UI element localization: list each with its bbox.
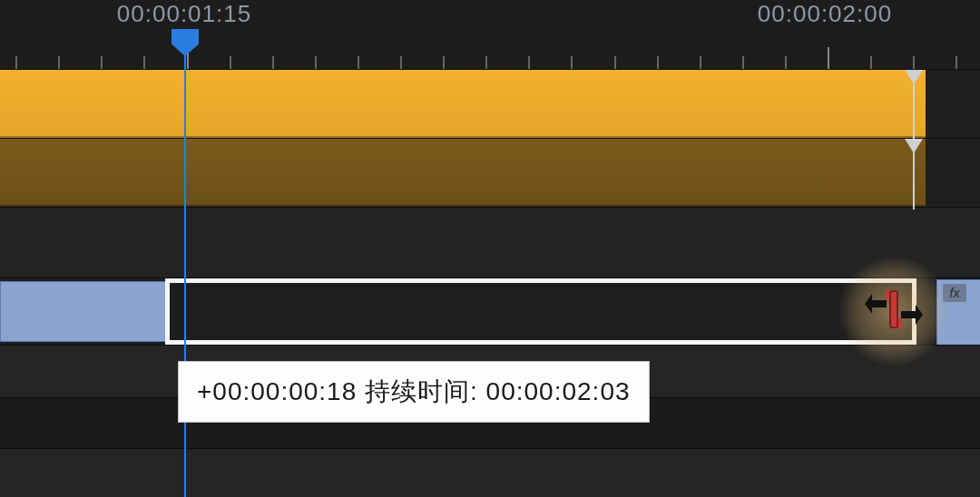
svg-rect-0 xyxy=(890,291,897,327)
clip-video-left[interactable] xyxy=(0,281,167,342)
ruler-tick-minor xyxy=(528,56,530,69)
ruler-tick-minor xyxy=(571,56,573,69)
svg-rect-2 xyxy=(898,318,902,329)
fx-badge[interactable]: fx xyxy=(943,284,966,302)
ruler-tick-minor xyxy=(358,56,359,69)
tooltip-text: +00:00:00:18 持续时间: 00:00:02:03 xyxy=(197,377,631,405)
ruler-tick-major xyxy=(828,47,829,69)
svg-rect-1 xyxy=(886,289,889,300)
track-row-1[interactable]: he xyxy=(0,69,980,138)
ruler-tick-minor xyxy=(443,56,445,69)
ruler-time-label: 00:00:01:15 xyxy=(117,0,251,28)
ruler-time-label: 00:00:02:00 xyxy=(758,0,892,28)
trim-tooltip: +00:00:00:18 持续时间: 00:00:02:03 xyxy=(178,361,650,423)
ruler-tick-minor xyxy=(700,56,701,69)
track-row-video[interactable]: fx xyxy=(0,278,980,345)
ruler-tick-minor xyxy=(101,56,103,69)
time-ruler[interactable]: 00:00:01:15 00:00:02:00 xyxy=(0,0,980,69)
track-row-2[interactable]: 他 xyxy=(0,138,980,207)
track-row-gap xyxy=(0,207,980,278)
ruler-tick-minor xyxy=(870,56,872,69)
ripple-trim-cursor-icon xyxy=(865,286,923,336)
ruler-tick-minor xyxy=(956,56,957,69)
ruler-tick-minor xyxy=(15,56,17,69)
track-row-6[interactable] xyxy=(0,448,980,497)
ruler-tick-minor xyxy=(485,56,487,69)
ruler-tick-minor xyxy=(143,56,145,69)
clip-caption-1[interactable] xyxy=(0,70,926,138)
ruler-tick-minor xyxy=(657,56,659,69)
ruler-tick-minor xyxy=(742,56,744,69)
ruler-tick-minor xyxy=(913,56,915,69)
ruler-tick-minor xyxy=(230,56,231,69)
trim-selection-outline[interactable] xyxy=(165,278,916,345)
ruler-tick-minor xyxy=(272,56,274,69)
ruler-tick-minor xyxy=(614,56,616,69)
clip-caption-2[interactable] xyxy=(0,139,926,207)
timeline[interactable]: 00:00:01:15 00:00:02:00 he 他 xyxy=(0,0,980,497)
ruler-tick-minor xyxy=(58,56,60,69)
tracks-area[interactable]: he 他 fx xyxy=(0,69,980,497)
playhead[interactable] xyxy=(184,29,186,497)
clip-video-next[interactable]: fx xyxy=(936,279,980,346)
ruler-tick-minor xyxy=(400,56,402,69)
ruler-tick-minor xyxy=(315,56,317,69)
ruler-tick-minor xyxy=(785,56,787,69)
selected-clip-group[interactable] xyxy=(0,278,916,345)
